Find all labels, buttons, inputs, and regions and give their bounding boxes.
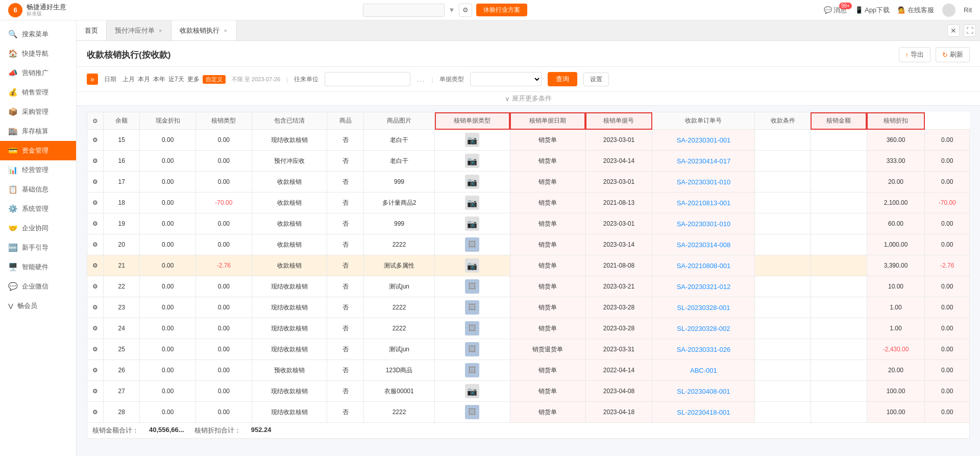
date-this-month[interactable]: 本月 (138, 75, 150, 84)
source-dots[interactable]: ... (416, 76, 425, 83)
sidebar-item-search[interactable]: 🔍 搜索菜单 (0, 25, 76, 44)
row-goods: 123D商品 (363, 360, 434, 381)
sidebar-item-sales[interactable]: 💰 销售管理 (0, 83, 76, 102)
row-cancel-doc-no[interactable]: SA-20230331-026 (652, 339, 755, 360)
row-cancel-doc-no[interactable]: SA-20230301-010 (652, 213, 755, 234)
tab-collection-close[interactable]: × (223, 27, 228, 35)
app-download-btn[interactable]: 📱 App下载 (855, 6, 890, 15)
filter-expand-btn[interactable]: » (87, 74, 98, 85)
query-btn[interactable]: 查询 (548, 72, 577, 86)
sidebar-item-collab[interactable]: 🤝 企业协同 (0, 219, 76, 238)
row-settings: ⚙ (87, 130, 104, 151)
refresh-btn[interactable]: ↻ 刷新 (936, 47, 970, 62)
row-num: 15 (104, 130, 140, 151)
row-cancel-discount: 0.00 (925, 151, 970, 172)
row-cancel-doc-no[interactable]: SA-20230414-017 (652, 151, 755, 172)
row-cancel-doc-date: 2023-03-21 (585, 276, 652, 297)
row-goods-img: 🖼 (435, 339, 510, 360)
row-receipt-condition (811, 130, 867, 151)
sidebar-label-member: 畅会员 (17, 301, 37, 310)
sidebar-item-inventory[interactable]: 🏬 库存核算 (0, 122, 76, 141)
online-service-btn[interactable]: 💁 在线客服 (898, 6, 934, 15)
tab-prepay[interactable]: 预付冲应付单 × (107, 20, 172, 40)
dropdown-icon[interactable]: ▼ (449, 6, 455, 14)
row-cancel-doc-no[interactable]: SA-20230314-008 (652, 234, 755, 255)
sidebar-item-member[interactable]: V 畅会员 (0, 296, 76, 316)
date-more[interactable]: 更多 (187, 75, 200, 84)
row-cancel-discount: -70.00 (925, 193, 970, 213)
sidebar-item-basic[interactable]: 📋 基础信息 (0, 180, 76, 199)
search-input[interactable] (363, 4, 445, 17)
sidebar-item-guide[interactable]: 🆕 新手引导 (0, 238, 76, 257)
source-input[interactable] (325, 72, 410, 86)
row-receipt-order-no (755, 402, 811, 423)
sales-icon: 💰 (8, 88, 18, 97)
row-cancel-doc-no[interactable]: SL-20230328-002 (652, 318, 755, 339)
row-cancel-doc-no[interactable]: SL-20230328-001 (652, 297, 755, 318)
tab-expand-btn[interactable]: ⛶ (964, 25, 976, 37)
row-cancel-doc-no[interactable]: ABC-001 (652, 360, 755, 381)
industry-solution-btn[interactable]: 休验行业方案 (476, 4, 527, 16)
row-cancel-doc-no[interactable]: SL-20230418-001 (652, 402, 755, 423)
date-last-month[interactable]: 上月 (122, 75, 135, 84)
table-body: ⚙150.000.00现结收款核销否老白干📷销货单2023-03-01SA-20… (87, 130, 970, 423)
tab-home[interactable]: 首页 (77, 20, 107, 40)
export-btn[interactable]: ↑ 导出 (899, 47, 931, 62)
sidebar-item-system[interactable]: ⚙️ 系统管理 (0, 199, 76, 219)
row-include-settled: 否 (327, 339, 363, 360)
sidebar-label-inventory: 库存核算 (22, 127, 48, 136)
basic-icon: 📋 (8, 185, 18, 194)
col-receipt-condition: 收款条件 (755, 112, 811, 130)
row-cancel-doc-no[interactable]: SA-20230301-010 (652, 172, 755, 193)
sidebar-item-wechat[interactable]: 💬 企业微信 (0, 277, 76, 296)
sidebar-label-marketing: 营销推广 (22, 68, 48, 78)
sidebar-item-purchase[interactable]: 📦 采购管理 (0, 102, 76, 122)
row-goods: 测试多属性 (363, 255, 434, 276)
row-cancel-doc-no[interactable]: SL-20230408-001 (652, 381, 755, 402)
doc-type-select[interactable] (470, 72, 542, 86)
sidebar-item-finance[interactable]: 💳 资金管理 (0, 141, 76, 160)
row-cancel-doc-date: 2023-03-14 (585, 234, 652, 255)
sidebar-label-search: 搜索菜单 (22, 30, 48, 39)
tab-prepay-close[interactable]: × (158, 27, 163, 35)
date-last-7days[interactable]: 近7天 (168, 75, 184, 84)
row-goods: 999 (363, 172, 434, 193)
tab-close-btn[interactable]: ✕ (947, 25, 960, 37)
row-receipt-order-no (755, 276, 811, 297)
sidebar-item-ops[interactable]: 📊 经营管理 (0, 160, 76, 180)
sidebar-item-quick[interactable]: 🏠 快捷导航 (0, 44, 76, 63)
row-cancel-doc-no[interactable]: SA-20230301-001 (652, 130, 755, 151)
date-this-year[interactable]: 本年 (153, 75, 165, 84)
sidebar-item-marketing[interactable]: 📣 营销推广 (0, 63, 76, 83)
row-cancel-doc-type: 销货单 (510, 130, 585, 151)
sidebar-label-collab: 企业协同 (22, 224, 48, 233)
tab-collection[interactable]: 收款核销执行 × (172, 20, 236, 40)
row-goods: 测试jun (363, 339, 434, 360)
row-cancel-amount: 333.00 (867, 151, 925, 172)
sidebar-label-guide: 新手引导 (22, 243, 48, 252)
row-cancel-doc-no[interactable]: SA-20230321-012 (652, 276, 755, 297)
row-cancel-doc-no[interactable]: SA-20210808-001 (652, 255, 755, 276)
row-receipt-order-no (755, 130, 811, 151)
row-goods: 2222 (363, 318, 434, 339)
settings-icon-btn[interactable]: ⚙ (459, 4, 472, 17)
filter-settings-btn[interactable]: 设置 (583, 73, 609, 86)
row-receipt-condition (811, 276, 867, 297)
row-cancel-doc-no[interactable]: SA-20210813-001 (652, 193, 755, 213)
message-btn[interactable]: 💬 消息 99+ (824, 6, 847, 15)
row-receipt-order-no (755, 339, 811, 360)
row-cancel-doc-date: 2023-03-01 (585, 213, 652, 234)
row-cancel-doc-date: 2023-03-31 (585, 339, 652, 360)
app-logo: 6 (8, 3, 22, 17)
row-cancel-doc-date: 2023-04-08 (585, 381, 652, 402)
user-avatar[interactable] (942, 4, 955, 17)
tab-prepay-label: 预付冲应付单 (115, 26, 155, 35)
expand-more-btn[interactable]: ∨ 展开更多条件 (505, 94, 552, 103)
row-goods-img: 📷 (435, 381, 510, 402)
col-cancel-discount: 核销折扣 (867, 112, 925, 130)
total-discount-value: 952.24 (251, 426, 272, 435)
row-num: 24 (104, 318, 140, 339)
sidebar-item-hardware[interactable]: 🖥️ 智能硬件 (0, 257, 76, 277)
date-custom[interactable]: 自定义 (203, 75, 226, 84)
row-cancel-discount: 0.00 (925, 213, 970, 234)
